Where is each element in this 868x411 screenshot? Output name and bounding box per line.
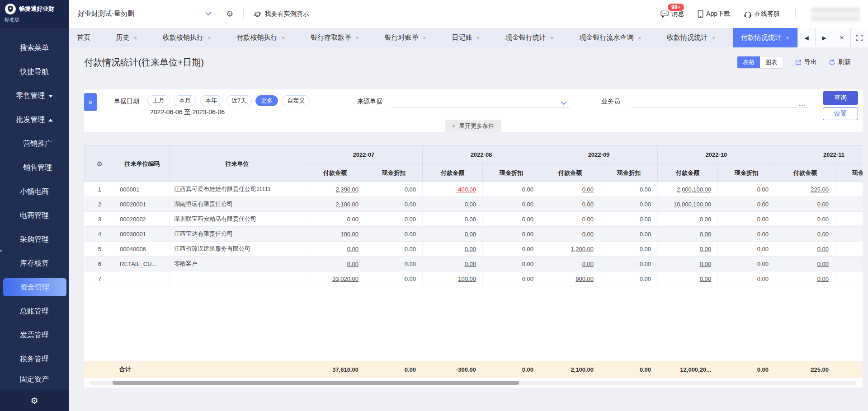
sidebar-item[interactable]: 销售管理 (0, 156, 69, 180)
payment-amount-link[interactable]: 0.00 (817, 201, 829, 208)
tab-银行对账单[interactable]: 银行对账单× (377, 28, 434, 47)
tab-付款情况统计[interactable]: 付款情况统计× (733, 28, 797, 47)
date-pill-自定义[interactable]: 自定义 (282, 95, 310, 106)
tab-现金银行统计[interactable]: 现金银行统计× (497, 28, 562, 47)
filter-collapse-button[interactable]: » (84, 93, 97, 111)
ellipsis-picker-icon[interactable]: ... (799, 102, 806, 105)
payment-amount-link[interactable]: 0.00 (347, 246, 359, 252)
sidebar-item[interactable]: 零售管理 (0, 84, 69, 108)
payment-amount-link[interactable]: 1,200.00 (571, 246, 594, 252)
view-table-button[interactable]: 表格 (737, 56, 760, 68)
payment-amount-link[interactable]: 0.00 (700, 261, 711, 267)
tab-close-icon[interactable]: × (476, 34, 480, 42)
sidebar-item[interactable]: 固定资产 (0, 371, 69, 388)
payment-amount-link[interactable]: 0.00 (347, 261, 359, 267)
payment-amount-link[interactable]: -400.00 (456, 186, 476, 193)
payment-amount-link[interactable]: 0.00 (582, 186, 594, 193)
payment-amount-link[interactable]: 0.00 (700, 276, 711, 282)
payment-amount-link[interactable]: 0.00 (465, 261, 476, 267)
export-button[interactable]: 导出 (795, 58, 817, 66)
payment-amount-link[interactable]: 0.00 (582, 231, 594, 238)
payment-amount-link[interactable]: 0.00 (582, 261, 594, 267)
tab-现金银行流水查询[interactable]: 现金银行流水查询× (571, 28, 650, 47)
payment-amount-link[interactable]: 2,000,100.00 (677, 186, 711, 193)
sidebar-item[interactable]: 搜索菜单 (0, 36, 69, 60)
settings-gear-icon[interactable]: ⚙ (226, 10, 233, 18)
sidebar-item[interactable]: 批发管理 (0, 108, 69, 132)
payment-amount-link[interactable]: 0.00 (817, 231, 829, 238)
payment-amount-link[interactable]: 0.00 (347, 216, 359, 223)
date-pill-近7天[interactable]: 近7天 (226, 95, 252, 106)
tab-付款核销执行[interactable]: 付款核销执行× (229, 28, 293, 47)
tab-close-icon[interactable]: × (786, 34, 789, 42)
sidebar-item[interactable]: 税务管理 (0, 347, 69, 371)
payment-amount-link[interactable]: 0.00 (465, 231, 476, 238)
query-button[interactable]: 查询 (823, 91, 858, 105)
online-service-button[interactable]: 在线客服 (744, 10, 780, 18)
scrollbar-thumb[interactable] (113, 381, 519, 385)
tab-scroll-left-button[interactable]: ◀ (797, 28, 815, 47)
payment-amount-link[interactable]: 0.00 (700, 216, 711, 223)
payment-amount-link[interactable]: 0.00 (817, 246, 829, 252)
tab-收款情况统计[interactable]: 收款情况统计× (659, 28, 723, 47)
tab-scroll-right-button[interactable]: ▶ (815, 28, 833, 47)
tab-历史[interactable]: 历史× (108, 28, 145, 47)
date-pill-本年[interactable]: 本年 (200, 95, 222, 106)
date-range-value[interactable]: 2022-06-06 至 2023-06-06 (150, 108, 225, 117)
tab-日记账[interactable]: 日记账× (443, 28, 488, 47)
sidebar-item[interactable]: 库存核算 (0, 252, 69, 276)
fullscreen-button[interactable] (850, 28, 868, 47)
tab-close-icon[interactable]: × (712, 34, 715, 42)
close-all-tabs-button[interactable]: × (833, 28, 850, 47)
payment-amount-link[interactable]: 0.00 (700, 246, 711, 252)
payment-amount-link[interactable]: 225.00 (811, 186, 829, 193)
demo-link[interactable]: 我要看实例演示 (254, 10, 309, 18)
sidebar-item[interactable]: 小畅电商 (0, 180, 69, 204)
sidebar-settings-bar[interactable]: ⚙ (0, 390, 69, 411)
tab-银行存取款单[interactable]: 银行存取款单× (302, 28, 367, 47)
sidebar-item[interactable]: 资金管理 (3, 278, 66, 296)
salesman-input[interactable]: ... (631, 96, 808, 107)
payment-amount-link[interactable]: 0.00 (582, 201, 594, 208)
payment-amount-link[interactable]: 0.00 (465, 246, 476, 252)
payment-amount-link[interactable]: 0.00 (817, 216, 829, 223)
tab-收款核销执行[interactable]: 收款核销执行× (155, 28, 219, 47)
sidebar-collapse-handle[interactable]: ▸ (0, 248, 3, 253)
payment-amount-link[interactable]: 0.00 (817, 261, 829, 267)
payment-amount-link[interactable]: 100.00 (458, 276, 476, 282)
tab-close-icon[interactable]: × (550, 34, 554, 42)
sidebar-item[interactable]: 总账管理 (0, 299, 69, 323)
source-document-input[interactable] (391, 96, 570, 107)
user-account-redacted[interactable] (811, 7, 860, 21)
payment-amount-link[interactable]: 0.00 (582, 216, 594, 223)
tab-close-icon[interactable]: × (208, 34, 211, 42)
date-pill-本月[interactable]: 本月 (174, 95, 196, 106)
payment-amount-link[interactable]: 0.00 (700, 231, 711, 238)
payment-amount-link[interactable]: 900.00 (576, 276, 594, 282)
payment-amount-link[interactable]: 0.00 (465, 201, 476, 208)
tab-close-icon[interactable]: × (423, 34, 426, 42)
payment-amount-link[interactable]: 33,020.00 (332, 276, 359, 282)
tab-close-icon[interactable]: × (133, 34, 137, 42)
tab-首页[interactable]: 首页 (69, 28, 99, 47)
app-download-button[interactable]: App下载 (698, 10, 730, 18)
org-selector[interactable]: 好业财测试-量勿删 (76, 7, 213, 21)
settings-button[interactable]: 设置 (823, 107, 858, 120)
payment-amount-link[interactable]: 0.00 (817, 276, 829, 282)
column-settings-gear-icon[interactable]: ⚙ (97, 160, 103, 168)
view-chart-button[interactable]: 图表 (760, 56, 783, 68)
sidebar-item[interactable]: 快捷导航 (0, 60, 69, 84)
sidebar-item[interactable]: 电商管理 (0, 204, 69, 228)
payment-amount-link[interactable]: 10,000,100.00 (674, 201, 711, 208)
date-pill-上月[interactable]: 上月 (147, 95, 170, 106)
tab-close-icon[interactable]: × (355, 34, 359, 42)
expand-more-conditions-button[interactable]: » 展开更多条件 (445, 120, 501, 132)
sidebar-item[interactable]: 营销推广 (0, 132, 69, 156)
payment-amount-link[interactable]: 100.00 (340, 231, 359, 238)
messages-button[interactable]: 99+ 消息 (660, 10, 684, 18)
payment-amount-link[interactable]: 2,390.00 (335, 186, 359, 193)
sidebar-item[interactable]: 发票管理 (0, 323, 69, 347)
gear-icon[interactable]: ⚙ (30, 396, 38, 406)
payment-amount-link[interactable]: 0.00 (465, 216, 476, 223)
tab-close-icon[interactable]: × (638, 34, 642, 42)
